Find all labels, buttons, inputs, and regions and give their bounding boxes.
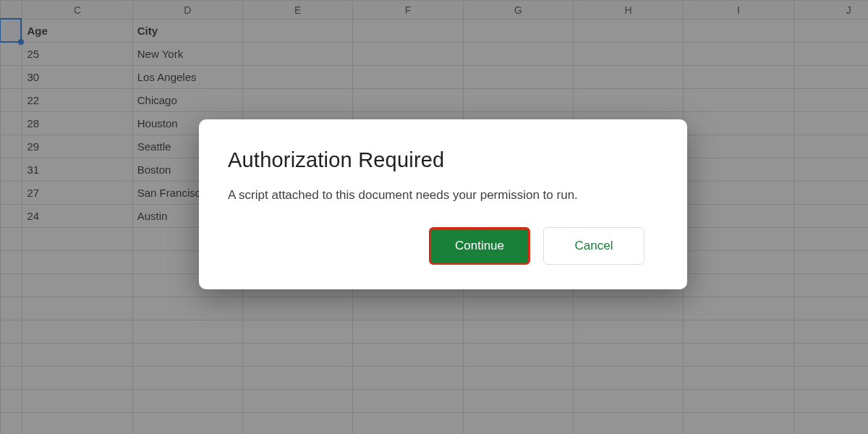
dialog-title: Authorization Required: [228, 148, 658, 172]
continue-button[interactable]: Continue: [429, 227, 530, 265]
cancel-button[interactable]: Cancel: [543, 227, 644, 265]
dialog-actions: Continue Cancel: [228, 227, 658, 265]
authorization-dialog: Authorization Required A script attached…: [199, 119, 687, 289]
dialog-body: A script attached to this document needs…: [228, 188, 658, 203]
